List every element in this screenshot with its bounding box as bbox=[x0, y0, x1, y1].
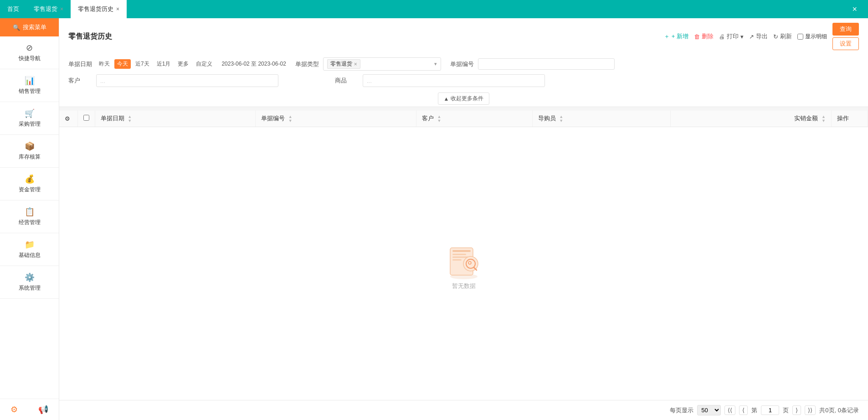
sidebar-item-sys-mgmt[interactable]: ⚙️ 系统管理 bbox=[0, 266, 59, 299]
date-opt-today[interactable]: 今天 bbox=[114, 59, 131, 69]
finance-icon: 💰 bbox=[25, 174, 35, 184]
display-detail-checkbox[interactable]: 显示明细 bbox=[797, 33, 827, 41]
topbar-tabs: 首页 零售退货 × 零售退货历史 × bbox=[0, 0, 848, 18]
select-all-checkbox[interactable] bbox=[83, 115, 89, 121]
refresh-button[interactable]: ↻ 刷新 bbox=[773, 32, 792, 41]
sidebar-item-quick-nav[interactable]: ⊘ 快捷导航 bbox=[0, 36, 59, 69]
svg-rect-5 bbox=[452, 259, 462, 261]
collapse-button[interactable]: ▲ 收起更多条件 bbox=[438, 92, 490, 105]
date-opt-yesterday[interactable]: 昨天 bbox=[96, 59, 113, 69]
sidebar-item-sales-label: 销售管理 bbox=[19, 87, 41, 95]
collapse-up-icon: ▲ bbox=[444, 96, 449, 102]
sidebar-item-quick-nav-label: 快捷导航 bbox=[19, 55, 41, 62]
table-header-amount[interactable]: 实销金额 ▲▼ bbox=[671, 111, 832, 127]
sidebar: 🔍 搜索菜单 ⊘ 快捷导航 📊 销售管理 🛒 采购管理 📦 库存核算 💰 资金管… bbox=[0, 18, 59, 420]
customer-filter-input[interactable]: ... bbox=[96, 74, 278, 87]
goods-filter-input[interactable]: ... bbox=[363, 74, 545, 87]
tab-retail-return-history-close[interactable]: × bbox=[116, 6, 119, 12]
topbar: 首页 零售退货 × 零售退货历史 × × bbox=[0, 0, 868, 18]
content-area: 零售退货历史 ＋ + 新增 🗑 删除 🖨 打印 ▾ bbox=[59, 18, 868, 420]
table-area: ⚙ 单据日期 ▲▼ 单据编号 ▲▼ bbox=[59, 111, 868, 420]
display-detail-input[interactable] bbox=[797, 34, 803, 40]
sales-icon: 📊 bbox=[25, 76, 35, 86]
number-filter-label: 单据编号 bbox=[450, 60, 475, 68]
tab-retail-return[interactable]: 零售退货 × bbox=[26, 0, 71, 18]
refresh-icon: ↻ bbox=[773, 33, 778, 40]
query-button[interactable]: 查询 bbox=[832, 23, 859, 36]
type-filter-tag-remove[interactable]: × bbox=[354, 61, 357, 67]
sidebar-item-sys-mgmt-label: 系统管理 bbox=[19, 284, 41, 292]
gear-icon: ⚙ bbox=[65, 115, 70, 122]
number-filter-input[interactable] bbox=[478, 58, 615, 70]
tab-retail-return-close[interactable]: × bbox=[60, 6, 63, 12]
page-title: 零售退货历史 bbox=[68, 32, 112, 41]
export-button[interactable]: ↗ 导出 bbox=[749, 32, 768, 41]
table-header-settings[interactable]: ⚙ bbox=[59, 111, 77, 127]
per-page-select[interactable]: 50 20 100 200 bbox=[697, 405, 721, 415]
export-label: 导出 bbox=[756, 32, 768, 41]
purchase-icon: 🛒 bbox=[25, 108, 35, 118]
operations-icon: 📋 bbox=[25, 207, 35, 217]
settings-icon[interactable]: ⚙ bbox=[10, 405, 18, 415]
collapse-row: ▲ 收起更多条件 bbox=[68, 91, 859, 107]
sidebar-item-inventory[interactable]: 📦 库存核算 bbox=[0, 135, 59, 168]
plus-icon: ＋ bbox=[664, 32, 670, 41]
date-opt-custom[interactable]: 自定义 bbox=[193, 59, 215, 69]
sidebar-item-sales[interactable]: 📊 销售管理 bbox=[0, 69, 59, 102]
page-suffix-label: 页 bbox=[783, 406, 789, 415]
table-header-customer[interactable]: 客户 ▲▼ bbox=[416, 111, 532, 127]
base-info-icon: 📁 bbox=[25, 240, 35, 250]
prev-page-button[interactable]: ⟨ bbox=[739, 405, 748, 415]
next-page-button[interactable]: ⟩ bbox=[792, 405, 801, 415]
sidebar-item-finance[interactable]: 💰 资金管理 bbox=[0, 168, 59, 200]
refresh-label: 刷新 bbox=[780, 32, 792, 41]
sidebar-search[interactable]: 🔍 搜索菜单 bbox=[0, 18, 59, 36]
page-header: 零售退货历史 ＋ + 新增 🗑 删除 🖨 打印 ▾ bbox=[59, 18, 868, 55]
date-opt-7days[interactable]: 近7天 bbox=[133, 59, 152, 69]
print-icon: 🖨 bbox=[719, 33, 725, 40]
table-header-number[interactable]: 单据编号 ▲▼ bbox=[256, 111, 416, 127]
new-label: + 新增 bbox=[672, 32, 688, 41]
sidebar-search-label: 搜索菜单 bbox=[23, 23, 46, 31]
tab-home[interactable]: 首页 bbox=[0, 0, 26, 18]
type-filter-tag: 零售退货 × bbox=[327, 59, 360, 69]
delete-button[interactable]: 🗑 删除 bbox=[694, 32, 714, 41]
date-options: 昨天 今天 近7天 近1月 更多 自定义 bbox=[96, 59, 215, 69]
table-header-date[interactable]: 单据日期 ▲▼ bbox=[95, 111, 256, 127]
export-icon: ↗ bbox=[749, 33, 754, 40]
sys-mgmt-icon: ⚙️ bbox=[25, 272, 35, 282]
window-close-button[interactable]: × bbox=[848, 5, 861, 14]
data-table: ⚙ 单据日期 ▲▼ 单据编号 ▲▼ bbox=[59, 111, 868, 127]
table-empty-state: 暂无数据 bbox=[59, 127, 868, 400]
tab-retail-return-history[interactable]: 零售退货历史 × bbox=[71, 0, 127, 18]
col-date-sort: ▲▼ bbox=[128, 115, 132, 123]
type-filter-select[interactable]: 零售退货 × ▾ bbox=[323, 57, 441, 71]
col-amount-sort: ▲▼ bbox=[822, 115, 826, 123]
new-button[interactable]: ＋ + 新增 bbox=[664, 32, 688, 41]
sidebar-item-purchase[interactable]: 🛒 采购管理 bbox=[0, 102, 59, 135]
col-action-label: 操作 bbox=[837, 115, 849, 122]
table-header-checkbox[interactable] bbox=[77, 111, 95, 127]
date-opt-1month[interactable]: 近1月 bbox=[154, 59, 174, 69]
sidebar-bottom: ⚙ 📢 bbox=[0, 399, 59, 420]
setting-button[interactable]: 设置 bbox=[832, 37, 859, 50]
table-header-guide[interactable]: 导购员 ▲▼ bbox=[532, 111, 671, 127]
col-amount-label: 实销金额 bbox=[794, 115, 818, 122]
first-page-button[interactable]: ⟨⟨ bbox=[724, 405, 735, 415]
page-number-input[interactable] bbox=[761, 405, 779, 415]
svg-rect-4 bbox=[452, 256, 468, 258]
type-filter-tag-text: 零售退货 bbox=[330, 60, 352, 68]
col-customer-sort: ▲▼ bbox=[437, 115, 442, 123]
delete-icon: 🗑 bbox=[694, 33, 700, 40]
print-button[interactable]: 🖨 打印 ▾ bbox=[719, 32, 744, 41]
sidebar-item-base-info-label: 基础信息 bbox=[19, 251, 41, 259]
sidebar-item-operations[interactable]: 📋 经营管理 bbox=[0, 200, 59, 233]
volume-icon[interactable]: 📢 bbox=[38, 405, 48, 415]
col-customer-label: 客户 bbox=[422, 115, 434, 122]
page-prefix-label: 第 bbox=[751, 406, 757, 415]
sidebar-item-operations-label: 经营管理 bbox=[19, 219, 41, 226]
last-page-button[interactable]: ⟩⟩ bbox=[805, 405, 816, 415]
sidebar-item-base-info[interactable]: 📁 基础信息 bbox=[0, 233, 59, 266]
tab-retail-return-label: 零售退货 bbox=[34, 5, 57, 13]
date-opt-more[interactable]: 更多 bbox=[175, 59, 191, 69]
